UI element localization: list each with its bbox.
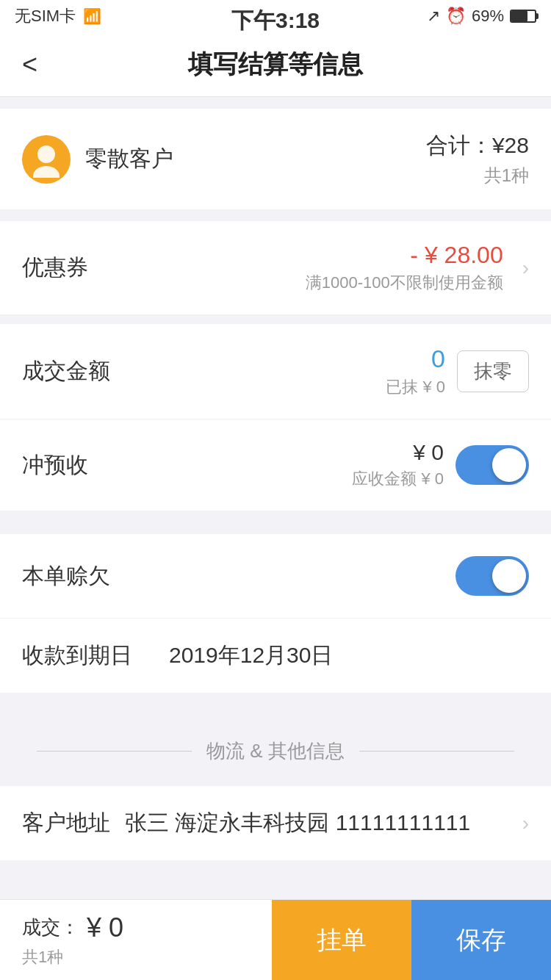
amount-value-area: 0 已抹 ¥ 0 抹零 [110, 345, 529, 398]
back-button[interactable]: < [22, 42, 45, 87]
debt-row: 本单赊欠 [0, 534, 551, 618]
debt-section: 本单赊欠 收款到期日 2019年12月30日 [0, 534, 551, 693]
network-label: 无SIM卡 [15, 5, 76, 27]
due-date-value[interactable]: 2019年12月30日 [169, 641, 333, 671]
logistics-title: 物流 & 其他信息 [206, 738, 345, 764]
amount-label: 成交金额 [22, 356, 110, 386]
status-left: 无SIM卡 📶 [15, 5, 101, 27]
page-title: 填写结算等信息 [188, 48, 363, 82]
logistics-header: 物流 & 其他信息 [0, 716, 551, 786]
location-icon: ↗ [427, 7, 440, 26]
debt-toggle[interactable] [455, 556, 529, 596]
round-off-button[interactable]: 抹零 [457, 350, 529, 392]
battery-percent: 69% [472, 7, 504, 26]
debt-toggle-knob [492, 559, 526, 593]
bottom-trade: 成交： ¥ 0 [22, 912, 250, 943]
amount-row: 成交金额 0 已抹 ¥ 0 抹零 [0, 324, 551, 419]
prepay-label: 冲预收 [22, 450, 110, 480]
customer-name: 零散客户 [85, 144, 173, 174]
prepay-value-area: ¥ 0 应收金额 ¥ 0 [110, 440, 529, 490]
chevron-right-icon: › [522, 256, 529, 280]
bottom-bar: 成交： ¥ 0 共1种 挂单 保存 [0, 899, 551, 980]
save-button[interactable]: 保存 [411, 900, 551, 980]
svg-point-0 [37, 145, 55, 163]
total-amount: 合计：¥28 [426, 131, 529, 161]
prepay-row: 冲预收 ¥ 0 应收金额 ¥ 0 [0, 419, 551, 511]
bottom-info: 成交： ¥ 0 共1种 [0, 900, 272, 980]
address-chevron-icon: › [522, 812, 529, 835]
coupon-row[interactable]: 优惠券 - ¥ 28.00 满1000-100不限制使用金额 › [0, 221, 551, 315]
amount-value[interactable]: 0 [386, 345, 445, 373]
customer-left: 零散客户 [22, 135, 173, 184]
total-count: 共1种 [426, 164, 529, 187]
divider-inner-1 [0, 315, 551, 324]
prepay-toggle[interactable] [455, 445, 529, 485]
amount-sub: 已抹 ¥ 0 [386, 376, 445, 398]
divider-1 [0, 209, 551, 221]
toggle-knob [492, 448, 526, 482]
status-right: ↗ ⏰ 69% [427, 7, 536, 26]
address-row[interactable]: 客户地址 张三 海淀永丰科技园 11111111111 › [0, 786, 551, 860]
coupon-description: 满1000-100不限制使用金额 [306, 272, 503, 294]
prepay-main-value: ¥ 0 [352, 440, 444, 465]
status-time: 下午3:18 [231, 6, 320, 36]
debt-label: 本单赊欠 [22, 561, 110, 591]
address-label: 客户地址 [22, 808, 110, 838]
svg-point-1 [33, 166, 60, 178]
bottom-count: 共1种 [22, 946, 250, 968]
coupon-value-area: - ¥ 28.00 满1000-100不限制使用金额 › [110, 242, 529, 294]
avatar [22, 135, 71, 184]
divider-2 [0, 511, 551, 522]
nav-bar: < 填写结算等信息 [0, 32, 551, 97]
due-date-label: 收款到期日 [22, 641, 132, 671]
alarm-icon: ⏰ [446, 7, 466, 26]
divider-3 [0, 693, 551, 705]
content: 零散客户 合计：¥28 共1种 优惠券 - ¥ 28.00 满1000-100不… [0, 109, 551, 948]
logistics-section: 物流 & 其他信息 [0, 716, 551, 786]
customer-total: 合计：¥28 共1种 [426, 131, 529, 187]
prepay-sub-value: 应收金额 ¥ 0 [352, 468, 444, 490]
address-value: 张三 海淀永丰科技园 11111111111 [125, 808, 515, 838]
coupon-label: 优惠券 [22, 253, 110, 283]
coupon-value: - ¥ 28.00 满1000-100不限制使用金额 [306, 242, 503, 294]
form-section-1: 优惠券 - ¥ 28.00 满1000-100不限制使用金额 › 成交金额 0 … [0, 221, 551, 511]
trade-label: 成交： [22, 915, 79, 940]
status-bar: 无SIM卡 📶 下午3:18 ↗ ⏰ 69% [0, 0, 551, 32]
coupon-discount: - ¥ 28.00 [306, 242, 503, 269]
prepay-value: ¥ 0 应收金额 ¥ 0 [352, 440, 444, 490]
address-section: 客户地址 张三 海淀永丰科技园 11111111111 › [0, 786, 551, 860]
battery-icon [510, 10, 536, 23]
customer-section: 零散客户 合计：¥28 共1种 [0, 109, 551, 209]
wifi-icon: 📶 [83, 7, 101, 25]
trade-amount: ¥ 0 [87, 912, 123, 943]
hang-button[interactable]: 挂单 [272, 900, 411, 980]
amount-input-area: 0 已抹 ¥ 0 [386, 345, 445, 398]
due-date-row: 收款到期日 2019年12月30日 [0, 618, 551, 693]
